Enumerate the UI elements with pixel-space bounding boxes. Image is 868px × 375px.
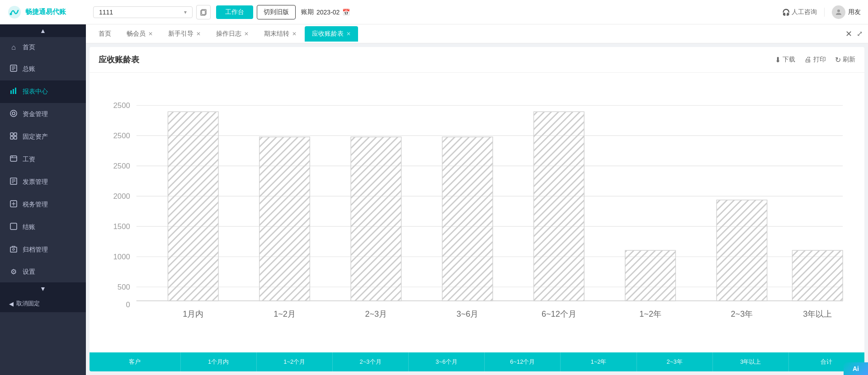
col-header-1-2y: 1~2年 [590,358,606,366]
tab-close-icon[interactable]: ✕ [292,31,297,37]
tab-aging[interactable]: 应收账龄表 ✕ [305,26,358,42]
svg-rect-18 [10,156,17,161]
assets-icon [9,132,18,142]
sidebar-scroll-down[interactable]: ▼ [0,282,86,295]
tab-home[interactable]: 首页 [91,26,118,42]
header-right: 🎧 人工咨询 用友 [782,5,861,19]
svg-text:2000: 2000 [113,192,130,201]
sidebar-item-checkout[interactable]: 结账 [0,216,86,239]
table-col-1m: 1个月内 [181,352,257,371]
col-header-2-3y: 2~3年 [667,358,683,366]
page-title: 应收账龄表 [99,54,139,65]
svg-point-4 [837,9,840,12]
cancel-fixed-label: 取消固定 [16,300,40,308]
tab-close-icon[interactable]: ✕ [148,31,153,37]
chart-container: 2500 2500 2500 2000 1500 1000 500 0 [90,73,864,352]
sidebar-item-label: 首页 [23,43,35,52]
user-avatar-icon [835,8,843,16]
sidebar-item-tax[interactable]: 税务管理 [0,193,86,216]
close-all-tabs-button[interactable]: ✕ [845,29,852,39]
table-col-2-3m: 2~3个月 [333,352,409,371]
switch-version-button[interactable]: 切到旧版 [257,5,296,19]
svg-text:3年以上: 3年以上 [803,309,832,319]
svg-text:2~3年: 2~3年 [731,309,753,319]
copy-button[interactable] [196,5,211,19]
sidebar-item-label: 报表中心 [23,88,48,96]
sidebar-item-archive[interactable]: 归档管理 [0,239,86,261]
col-header-3y-plus: 3年以上 [740,358,761,366]
tab-label: 首页 [99,30,111,38]
table-col-3y-plus: 3年以上 [713,352,789,371]
svg-text:1~2年: 1~2年 [639,309,661,319]
company-name: 1111 [99,9,180,16]
svg-rect-29 [10,247,17,252]
user-avatar [832,5,845,19]
refresh-button[interactable]: ↻ 刷新 [835,56,855,64]
svg-rect-9 [10,90,12,94]
tab-close-icon[interactable]: ✕ [196,31,201,37]
sidebar-item-settings[interactable]: ⚙ 设置 [0,261,86,282]
svg-text:2500: 2500 [113,162,130,170]
workbench-button[interactable]: 工作台 [216,5,253,19]
sidebar-scroll-up[interactable]: ▲ [0,24,86,37]
settings-icon: ⚙ [9,267,18,276]
sidebar-item-home[interactable]: ⌂ 首页 [0,37,86,58]
tab-oplog[interactable]: 操作日志 ✕ [209,26,256,42]
tab-member[interactable]: 畅会员 ✕ [119,26,160,42]
print-label: 打印 [813,56,826,64]
period-area: 账期 2023-02 📅 [301,8,350,16]
period-value: 2023-02 [316,9,340,16]
svg-rect-62 [793,250,843,301]
sidebar-item-label: 税务管理 [23,201,48,209]
sidebar-item-label: 资金管理 [23,110,48,118]
print-button[interactable]: 🖨 打印 [804,56,826,64]
payroll-icon [9,155,18,164]
consult-button[interactable]: 🎧 人工咨询 [782,8,817,16]
svg-text:2~3月: 2~3月 [365,309,387,319]
svg-rect-52 [351,137,401,301]
header-divider [824,8,825,17]
table-col-1-2m: 1~2个月 [257,352,333,371]
sidebar-item-assets[interactable]: 固定资产 [0,126,86,148]
sidebar-item-funds[interactable]: 资金管理 [0,103,86,126]
period-label: 账期 [301,8,314,16]
invoice-icon [9,177,18,187]
table-header: 客户 1个月内 1~2个月 2~3个月 3~6个月 6~12个月 [90,352,864,371]
svg-text:2500: 2500 [113,131,130,140]
refresh-label: 刷新 [843,56,855,64]
sidebar-item-ledger[interactable]: 总账 [0,58,86,80]
col-header-6-12m: 6~12个月 [510,358,535,366]
sidebar-item-reports[interactable]: 报表中心 [0,80,86,103]
chevron-down-icon: ▾ [184,9,187,15]
ai-badge[interactable]: Ai [844,362,868,375]
tab-period-end[interactable]: 期末结转 ✕ [257,26,304,42]
company-selector[interactable]: 1111 ▾ [93,6,193,18]
cancel-fixed-button[interactable]: ◀ 取消固定 [0,295,86,312]
table-col-customer: 客户 [90,352,181,371]
svg-text:1000: 1000 [113,253,130,261]
expand-tab-button[interactable]: ⤢ [857,29,863,38]
tab-close-icon[interactable]: ✕ [244,31,249,37]
logo-area: 畅捷通易代账 [7,5,93,19]
sidebar-item-label: 结账 [23,223,35,231]
svg-rect-56 [534,112,585,301]
svg-text:2500: 2500 [113,101,130,110]
user-area[interactable]: 用友 [832,5,861,19]
sidebar-item-payroll[interactable]: 工资 [0,148,86,171]
tab-guide[interactable]: 新手引导 ✕ [161,26,208,42]
download-button[interactable]: ⬇ 下载 [775,56,795,64]
svg-point-1 [10,13,12,15]
sidebar-item-invoice[interactable]: 发票管理 [0,171,86,193]
calendar-icon[interactable]: 📅 [342,9,350,16]
col-header-1-2m: 1~2个月 [283,358,305,366]
tab-close-icon[interactable]: ✕ [346,31,351,37]
svg-point-12 [10,110,17,117]
download-icon: ⬇ [775,56,781,64]
cancel-fixed-icon: ◀ [9,300,14,307]
svg-rect-10 [13,89,14,94]
ai-label: Ai [853,365,859,372]
tab-label: 操作日志 [216,30,241,38]
top-header: 畅捷通易代账 1111 ▾ 工作台 切到旧版 账期 2023-02 📅 🎧 人工… [0,0,868,24]
sidebar-item-label: 发票管理 [23,178,48,186]
ledger-icon [9,64,18,74]
